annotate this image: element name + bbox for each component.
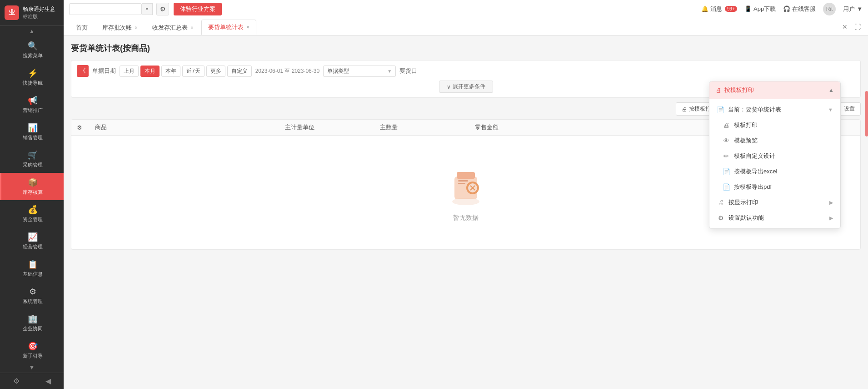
sidebar-item-basic[interactable]: 📋 基础信息 xyxy=(0,255,64,282)
tab-order-stats[interactable]: 要货单统计表 × xyxy=(201,20,256,35)
tab-home[interactable]: 首页 xyxy=(69,20,95,35)
app-name: 畅康通好生意 xyxy=(23,6,55,13)
settings-btn[interactable]: 设置 xyxy=(838,102,861,116)
sidebar-item-finance[interactable]: 💰 资金管理 xyxy=(0,200,64,227)
purchase-icon: 🛒 xyxy=(28,150,38,160)
order-type-select[interactable]: 单据类型 ▼ xyxy=(323,66,396,77)
date-btn-this-year[interactable]: 本年 xyxy=(161,66,180,77)
date-btn-more[interactable]: 更多 xyxy=(206,66,225,77)
sidebar-scroll-down[interactable]: ▼ xyxy=(0,362,64,373)
tab-batch-account-close[interactable]: × xyxy=(135,25,138,31)
tab-batch-account[interactable]: 库存批次账 × xyxy=(95,20,145,35)
sidebar-bottom: ⚙ ◀ xyxy=(0,373,64,389)
dropdown-item-template-custom[interactable]: ✏ 模板自定义设计 xyxy=(709,148,840,164)
tab-close-all-btn[interactable]: ✕ xyxy=(840,22,850,32)
display-print-icon: 🖨 xyxy=(717,199,725,206)
dropdown-section-set-default[interactable]: ⚙ 设置默认功能 ▶ xyxy=(709,210,840,226)
customer-service-btn[interactable]: 🎧 在线客服 xyxy=(783,5,816,13)
dropdown-item-export-pdf[interactable]: 📄 按模板导出pdf xyxy=(709,179,840,195)
date-filter-label: 单据日期 xyxy=(92,67,116,75)
export-excel-icon: 📄 xyxy=(722,168,730,175)
template-preview-label: 模板预览 xyxy=(734,136,758,145)
sidebar-nav: 🔍 搜索菜单 ⚡ 快捷导航 📢 营销推广 📊 销售管理 🛒 采购管理 📦 库存核… xyxy=(0,36,64,362)
set-default-icon: ⚙ xyxy=(717,214,725,222)
section-display-print-left: 🖨 按显示打印 xyxy=(717,198,758,207)
topbar-search-input[interactable] xyxy=(69,3,142,15)
export-excel-label: 按模板导出excel xyxy=(734,167,777,176)
tab-batch-account-label: 库存批次账 xyxy=(102,24,132,32)
tab-receipt-summary[interactable]: 收发存汇总表 × xyxy=(145,20,200,35)
app-logo: 业 畅康通好生意 标准版 xyxy=(0,0,64,26)
template-print-label: 模板打印 xyxy=(734,121,758,129)
sidebar-settings-btn[interactable]: ⚙ xyxy=(13,377,20,385)
expand-icon: 《 xyxy=(80,67,86,75)
sidebar-item-operations[interactable]: 📈 经营管理 xyxy=(0,227,64,255)
sidebar-item-guide[interactable]: 🎯 新手引导 xyxy=(0,337,64,362)
user-dropdown-icon: ▼ xyxy=(857,5,863,12)
dropdown-item-template-preview[interactable]: 👁 模板预览 xyxy=(709,133,840,148)
topbar: ▼ ⚙ 体验行业方案 🔔 消息 99+ 📱 App下载 🎧 在线客服 Rit 用 xyxy=(64,0,868,18)
finance-icon: 💰 xyxy=(28,205,38,215)
sidebar-item-inventory[interactable]: 📦 库存核算 xyxy=(0,173,64,200)
expand-more-btn[interactable]: ∨ 展开更多条件 xyxy=(439,81,493,93)
display-print-arrow: ▶ xyxy=(829,200,833,206)
col-product-header: 商品 xyxy=(95,123,285,131)
sidebar-item-purchase[interactable]: 🛒 采购管理 xyxy=(0,146,64,173)
print-icon: 🖨 xyxy=(682,106,687,112)
date-btn-this-month[interactable]: 本月 xyxy=(140,66,160,77)
dropdown-current-item[interactable]: 📄 当前：要货单统计表 ▼ xyxy=(709,102,840,117)
dropdown-item-export-excel[interactable]: 📄 按模板导出excel xyxy=(709,164,840,179)
system-icon: ⚙ xyxy=(29,287,36,297)
app-download-label: App下载 xyxy=(753,5,776,13)
messages-btn[interactable]: 🔔 消息 99+ xyxy=(701,5,737,13)
expand-more-label: 展开更多条件 xyxy=(453,83,485,91)
export-pdf-label: 按模板导出pdf xyxy=(734,183,772,191)
scrollbar-indicator[interactable] xyxy=(865,91,868,136)
sidebar-item-search[interactable]: 🔍 搜索菜单 xyxy=(0,36,64,64)
sidebar-scroll-up[interactable]: ▲ xyxy=(0,26,64,36)
dropdown-header: 🖨 按模板打印 ▲ xyxy=(709,81,840,99)
user-avatar[interactable]: Rit xyxy=(823,3,836,15)
avatar-text: Rit xyxy=(826,6,833,12)
tab-order-stats-label: 要货单统计表 xyxy=(208,23,244,31)
tabs-right-btns: ✕ ⛶ xyxy=(840,22,863,32)
dropdown-title: 按模板打印 xyxy=(724,86,754,94)
display-print-label: 按显示打印 xyxy=(728,198,758,207)
date-btn-custom[interactable]: 自定义 xyxy=(227,66,252,77)
app-logo-icon: 业 xyxy=(5,5,19,20)
tab-home-label: 首页 xyxy=(76,24,88,32)
date-btn-last-7days[interactable]: 近7天 xyxy=(182,66,205,77)
print-dropdown-overlay: 🖨 按模板打印 ▲ 📄 当前：要货单统计表 ▼ xyxy=(709,81,841,229)
filter-expand-btn[interactable]: 《 xyxy=(77,65,89,77)
col-settings-header[interactable]: ⚙ xyxy=(77,124,95,131)
app-download-btn[interactable]: 📱 App下载 xyxy=(744,5,776,13)
tab-order-stats-close[interactable]: × xyxy=(246,24,249,30)
filter-row: 《 单据日期 上月 本月 本年 近7天 更多 自定义 2023-06-01 至 … xyxy=(77,65,855,77)
template-custom-icon: ✏ xyxy=(722,152,730,160)
search-icon: 🔍 xyxy=(28,41,38,51)
dropdown-collapse-btn[interactable]: ▲ xyxy=(828,87,834,93)
operations-icon: 📈 xyxy=(28,232,38,242)
tab-receipt-summary-close[interactable]: × xyxy=(190,25,194,31)
order-type-placeholder: 单据类型 xyxy=(327,67,385,75)
topbar-trial-btn[interactable]: 体验行业方案 xyxy=(174,3,222,15)
topbar-dropdown-btn[interactable]: ▼ xyxy=(142,3,153,15)
order-category-label: 要货口 xyxy=(399,67,417,75)
date-btn-last-month[interactable]: 上月 xyxy=(120,66,139,77)
current-item-arrow: ▼ xyxy=(828,107,833,112)
basic-icon: 📋 xyxy=(28,259,38,269)
sidebar-collapse-btn[interactable]: ◀ xyxy=(45,377,51,385)
sidebar-item-system[interactable]: ⚙ 系统管理 xyxy=(0,282,64,309)
sidebar-item-marketing[interactable]: 📢 营销推广 xyxy=(0,91,64,118)
sidebar-item-sales[interactable]: 📊 销售管理 xyxy=(0,118,64,146)
service-icon: 🎧 xyxy=(783,5,790,12)
order-type-arrow-icon: ▼ xyxy=(387,69,392,74)
tab-maximize-btn[interactable]: ⛶ xyxy=(853,22,863,32)
sidebar-item-quick-nav[interactable]: ⚡ 快捷导航 xyxy=(0,64,64,91)
dropdown-item-template-print[interactable]: 🖨 模板打印 xyxy=(709,117,840,133)
sidebar-item-enterprise[interactable]: 🏢 企业协同 xyxy=(0,309,64,337)
dropdown-body: 📄 当前：要货单统计表 ▼ 🖨 模板打印 👁 模板预览 ✏ 模板自定义设计 xyxy=(709,99,840,228)
topbar-settings-btn[interactable]: ⚙ xyxy=(156,3,169,15)
user-name[interactable]: 用户 ▼ xyxy=(843,5,863,13)
dropdown-section-display-print[interactable]: 🖨 按显示打印 ▶ xyxy=(709,195,840,210)
